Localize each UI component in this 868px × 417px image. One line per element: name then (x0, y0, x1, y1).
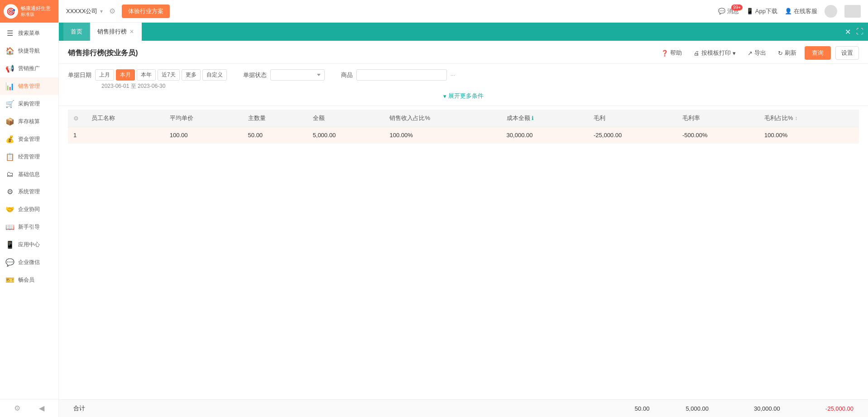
table-row: 1 100.00 50.00 5,000.00 100.00% 30,000.0… (68, 127, 859, 144)
sidebar-icon: 🎫 (5, 276, 14, 284)
date-btn-more[interactable]: 更多 (182, 69, 201, 81)
company-arrow-icon: ▾ (100, 8, 103, 14)
tab-home-label: 首页 (71, 28, 82, 36)
sidebar-item-企业微信[interactable]: 💬企业微信 (0, 254, 58, 271)
sidebar-label: 应用中心 (18, 241, 40, 249)
settings-button[interactable]: 设置 (835, 46, 859, 60)
sidebar-item-资金管理[interactable]: 💰资金管理 (0, 130, 58, 148)
sidebar-nav: ☰搜索菜单🏠快捷导航📢营销推广📊销售管理🛒采购管理📦库存核算💰资金管理📋经营管理… (0, 23, 58, 399)
sidebar-icon: 🏠 (5, 47, 14, 55)
sidebar-item-快捷导航[interactable]: 🏠快捷导航 (0, 42, 58, 60)
date-btn-custom[interactable]: 自定义 (202, 69, 227, 81)
sidebar-icon: 🤝 (5, 205, 14, 214)
sidebar-item-新手引导[interactable]: 📖新手引导 (0, 218, 58, 236)
sidebar-bottom: ⚙ ◀ (0, 399, 58, 417)
sidebar-collapse-icon[interactable]: ◀ (39, 404, 44, 412)
help-button[interactable]: ❓ 帮助 (657, 47, 686, 59)
sidebar-item-应用中心[interactable]: 📱应用中心 (0, 236, 58, 254)
tabbar-close-icon[interactable]: ✕ (845, 28, 851, 36)
topbar-right: 💬 消息 99+ 📱 App下载 👤 在线客服 (718, 5, 861, 18)
table-footer: 合计 50.00 5,000.00 30,000.00 -25,000.00 (59, 399, 868, 417)
date-label: 单据日期 (68, 71, 91, 79)
sidebar-icon: ⚙ (5, 187, 14, 196)
message-badge: 99+ (731, 5, 743, 10)
help-icon: ❓ (661, 50, 668, 57)
sidebar-label: 资金管理 (18, 135, 40, 143)
th-gross: 毛利 (588, 110, 677, 127)
sidebar-item-搜索菜单[interactable]: ☰搜索菜单 (0, 24, 58, 42)
page-title: 销售排行榜(按业务员) (68, 48, 138, 58)
cell-rank: 1 (68, 127, 86, 144)
sidebar-label: 搜索菜单 (18, 29, 40, 37)
date-range-text: 2023-06-01 至 2023-06-30 (101, 83, 165, 89)
table-area: ⚙ 员工名称 平均单价 主数量 全额 销售收入占比% 成本全额 ℹ 毛利 毛利率… (59, 106, 868, 381)
goods-input[interactable] (356, 69, 447, 81)
footer-gross: -25,000.00 (825, 405, 854, 412)
status-select[interactable] (270, 69, 325, 81)
app-download-group[interactable]: 📱 App下载 (746, 7, 777, 15)
tab-home[interactable]: 首页 (63, 23, 90, 41)
user-name-area[interactable] (844, 5, 861, 18)
th-total: 全额 (307, 110, 384, 127)
goods-filter: 商品 ··· (341, 69, 456, 81)
content-inner: 销售排行榜(按业务员) ❓ 帮助 🖨 按模板打印 ▾ ↗ 导出 (59, 41, 868, 399)
company-selector[interactable]: XXXXX公司 ▾ (66, 7, 103, 15)
footer-main-qty: 50.00 (635, 405, 650, 412)
data-table: ⚙ 员工名称 平均单价 主数量 全额 销售收入占比% 成本全额 ℹ 毛利 毛利率… (68, 110, 859, 144)
sidebar-icon: 📖 (5, 223, 14, 231)
sidebar-item-系统管理[interactable]: ⚙系统管理 (0, 183, 58, 201)
date-range-display: 2023-06-01 至 2023-06-30 (100, 82, 859, 90)
tab-close-icon[interactable]: ✕ (129, 29, 134, 35)
date-btn-7days[interactable]: 近7天 (158, 69, 180, 81)
sidebar-icon: 📱 (5, 240, 14, 249)
status-label: 单据状态 (243, 71, 267, 79)
refresh-button[interactable]: ↻ 刷新 (774, 47, 800, 59)
sidebar-item-库存核算[interactable]: 📦库存核算 (0, 113, 58, 130)
gross-pct-sort-icon[interactable]: ↕ (795, 115, 797, 121)
tab-sales-label: 销售排行榜 (97, 28, 127, 36)
goods-more-icon[interactable]: ··· (451, 72, 456, 78)
online-service-group[interactable]: 👤 在线客服 (785, 7, 817, 15)
cell-cost: 30,000.00 (501, 127, 588, 144)
query-button[interactable]: 查询 (805, 46, 831, 60)
date-filter: 单据日期 上月 本月 本年 近7天 更多 自定义 (68, 69, 227, 81)
date-btn-this-month[interactable]: 本月 (116, 69, 135, 81)
tab-sales-ranking[interactable]: 销售排行榜 ✕ (90, 23, 142, 41)
topbar: XXXXX公司 ▾ ⚙ 体验行业方案 💬 消息 99+ 📱 App下载 👤 在线… (59, 0, 868, 23)
sidebar-item-销售管理[interactable]: 📊销售管理 (0, 77, 58, 95)
sidebar-label: 快捷导航 (18, 47, 40, 55)
app-download-label: App下载 (755, 7, 777, 15)
th-avg-price: 平均单价 (164, 110, 243, 127)
table-body: 1 100.00 50.00 5,000.00 100.00% 30,000.0… (68, 127, 859, 144)
sidebar-icon: 📋 (5, 153, 14, 161)
sidebar-item-采购管理[interactable]: 🛒采购管理 (0, 95, 58, 113)
message-icon: 💬 (718, 8, 725, 14)
sidebar-icon: 🛒 (5, 100, 14, 108)
sidebar-icon: 💰 (5, 135, 14, 144)
date-btn-last-month[interactable]: 上月 (95, 69, 114, 81)
date-btn-this-year[interactable]: 本年 (137, 69, 156, 81)
user-avatar[interactable] (825, 5, 837, 18)
sidebar-item-企业协同[interactable]: 🤝企业协同 (0, 201, 58, 218)
sidebar-label: 新手引导 (18, 223, 40, 231)
sidebar-item-经营管理[interactable]: 📋经营管理 (0, 148, 58, 166)
sidebar-settings-icon[interactable]: ⚙ (14, 404, 20, 412)
filter-area: 单据日期 上月 本月 本年 近7天 更多 自定义 单据状态 (59, 64, 868, 106)
sidebar-item-畅会员[interactable]: 🎫畅会员 (0, 271, 58, 289)
filter-row-1: 单据日期 上月 本月 本年 近7天 更多 自定义 单据状态 (68, 69, 859, 81)
trial-button[interactable]: 体验行业方案 (122, 5, 170, 18)
message-group[interactable]: 💬 消息 99+ (718, 7, 739, 15)
sidebar-label: 基础信息 (18, 171, 40, 178)
expand-button[interactable]: ▾ 展开更多条件 (443, 92, 484, 100)
print-button[interactable]: 🖨 按模板打印 ▾ (690, 47, 739, 59)
export-button[interactable]: ↗ 导出 (744, 47, 770, 59)
topbar-settings-icon[interactable]: ⚙ (109, 7, 115, 15)
online-service-icon: 👤 (785, 8, 792, 14)
sidebar-logo: 🎯 畅康通好生意 标准版 (0, 0, 58, 23)
tabbar-maximize-icon[interactable]: ⛶ (856, 28, 863, 36)
sidebar-icon: 📊 (5, 82, 14, 91)
cost-info-icon[interactable]: ℹ (532, 115, 534, 121)
sidebar-item-基础信息[interactable]: 🗂基础信息 (0, 166, 58, 183)
sidebar-item-营销推广[interactable]: 📢营销推广 (0, 60, 58, 77)
column-settings-icon[interactable]: ⚙ (73, 115, 79, 122)
